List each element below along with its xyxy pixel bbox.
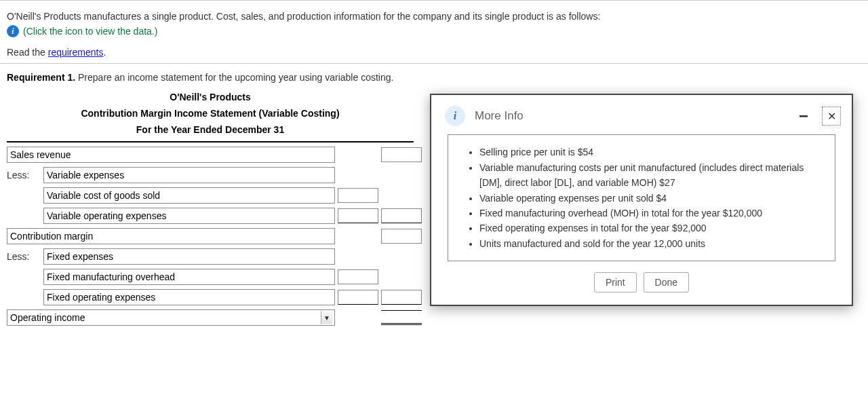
statement-company: O'Neill's Products (7, 90, 414, 106)
close-icon[interactable]: ✕ (822, 107, 841, 126)
problem-intro-section: O'Neill's Products manufactures a single… (0, 0, 868, 64)
requirement-section: Requirement 1. Prepare an income stateme… (0, 64, 868, 333)
more-info-footer: Print Done (431, 272, 852, 305)
read-requirements-line: Read the requirements. (7, 47, 861, 58)
row-sales-revenue (7, 147, 335, 163)
print-button[interactable]: Print (594, 272, 637, 292)
list-item: Variable manufacturing costs per unit ma… (479, 160, 823, 191)
requirement-title: Requirement 1. Prepare an income stateme… (7, 72, 861, 83)
sales-revenue-select[interactable] (7, 147, 335, 163)
fixed-moh-amount[interactable] (338, 269, 378, 284)
sales-revenue-amount[interactable] (381, 147, 422, 162)
list-item: Units manufactured and sold for the year… (479, 236, 823, 251)
statement-grid: Less: Less: (7, 147, 414, 326)
requirements-link[interactable]: requirements (48, 47, 104, 58)
contribution-margin-amount[interactable] (381, 229, 422, 244)
fixed-opex-amount[interactable] (338, 290, 378, 305)
list-item: Fixed manufacturing overhead (MOH) in to… (479, 206, 823, 221)
variable-expenses-select[interactable] (43, 167, 335, 183)
info-icon: i (445, 106, 465, 126)
variable-cogs-amount[interactable] (338, 188, 378, 203)
list-item: Variable operating expenses per unit sol… (479, 191, 823, 206)
requirement-label: Requirement 1. (7, 72, 75, 83)
statement-period: For the Year Ended December 31 (7, 122, 414, 143)
requirement-text: Prepare an income statement for the upco… (75, 72, 393, 83)
fixed-opex-select[interactable] (43, 289, 335, 305)
operating-income-amount-box[interactable] (381, 310, 422, 325)
fixed-total-amount[interactable] (381, 290, 422, 305)
less-label-1: Less: (7, 170, 41, 181)
operating-income-select[interactable] (7, 309, 335, 326)
variable-opex-select[interactable] (43, 208, 335, 224)
click-data-line: i (Click the icon to view the data.) (7, 25, 861, 37)
variable-cogs-select[interactable] (43, 187, 335, 204)
more-info-panel: i More Info − ✕ Selling price per unit i… (430, 94, 853, 306)
minimize-icon[interactable]: − (795, 111, 812, 121)
info-icon[interactable]: i (7, 25, 19, 37)
read-prefix: Read the (7, 47, 48, 58)
more-info-header: i More Info − ✕ (431, 95, 852, 134)
statement-title: Contribution Margin Income Statement (Va… (7, 106, 414, 122)
intro-text: O'Neill's Products manufactures a single… (7, 9, 861, 24)
more-info-body: Selling price per unit is $54 Variable m… (448, 134, 835, 261)
operating-income-amount[interactable] (381, 311, 422, 323)
workspace: O'Neill's Products Contribution Margin I… (7, 90, 861, 325)
list-item: Fixed operating expenses in total for th… (479, 221, 823, 235)
variable-opex-amount[interactable] (338, 208, 378, 223)
more-info-list: Selling price per unit is $54 Variable m… (460, 145, 823, 251)
fixed-expenses-select[interactable] (43, 248, 335, 265)
click-data-text: (Click the icon to view the data.) (23, 26, 157, 37)
read-suffix: . (103, 47, 106, 58)
contribution-margin-select[interactable] (7, 228, 335, 244)
income-statement: O'Neill's Products Contribution Margin I… (7, 90, 414, 325)
fixed-moh-select[interactable] (43, 269, 335, 285)
done-button[interactable]: Done (644, 272, 689, 292)
operating-income-select-wrap[interactable]: ▼ (7, 309, 335, 326)
list-item: Selling price per unit is $54 (479, 145, 823, 159)
less-label-2: Less: (7, 251, 41, 262)
more-info-title: More Info (475, 109, 785, 123)
variable-total-amount[interactable] (381, 208, 422, 223)
